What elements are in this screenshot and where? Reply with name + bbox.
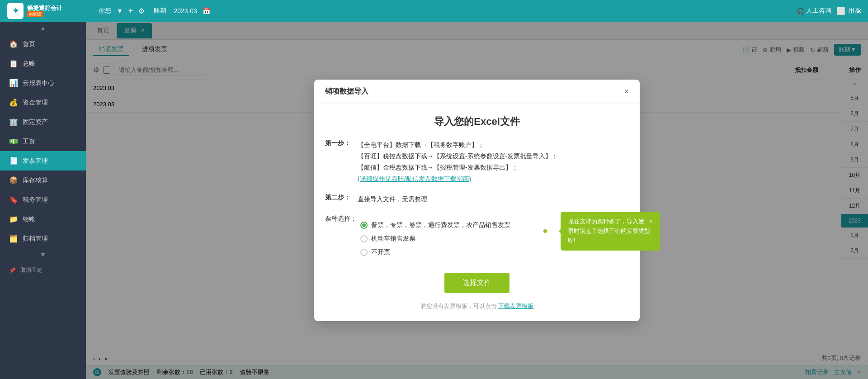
- download-hint: 若您没有发票模版，可以点击 下载发票模版: [325, 302, 629, 310]
- sidebar-item-label: 发票管理: [23, 157, 48, 165]
- add-button[interactable]: +: [128, 6, 133, 16]
- modal-header: 销项数据导入 ×: [314, 80, 640, 104]
- tax-icon: 🔖: [9, 195, 18, 204]
- settings-icon[interactable]: ⚙: [138, 7, 145, 15]
- close-window-button[interactable]: ✕: [850, 2, 868, 20]
- step1-line1: 【全电平台】数据下载→【税务数字账户】；: [358, 139, 558, 151]
- select-file-button[interactable]: 选择文件: [444, 273, 509, 293]
- modal-main-title: 导入您的Excel文件: [325, 115, 629, 128]
- ticket-options: 普票，专票，卷票，通行费发票，农产品销售发票 机动车销售发票 不开票: [360, 221, 510, 256]
- step1-content: 【全电平台】数据下载→【税务数字账户】； 【百旺】税控盘数据下载→【系统设置-系…: [358, 139, 558, 185]
- modal-title: 销项数据导入: [325, 87, 368, 96]
- sidebar-item-label: 固定资产: [23, 118, 48, 126]
- tooltip-dot: [542, 228, 548, 234]
- sidebar-item-label: 资金管理: [23, 99, 48, 107]
- sidebar-item-archive[interactable]: 🗂️ 归档管理: [0, 229, 86, 248]
- ticket-option-2-label: 机动车销售发票: [371, 235, 415, 243]
- company-name: 你您: [99, 7, 111, 15]
- step1-link[interactable]: (详细操作见百旺/航信发票数据下载指南): [358, 173, 558, 185]
- sidebar-item-ledger[interactable]: 📋 总账: [0, 54, 86, 73]
- ledger-icon: 📋: [9, 59, 18, 68]
- checkout-icon: 📁: [9, 215, 18, 223]
- step2-label: 第二步：: [325, 194, 352, 205]
- sidebar-item-checkout[interactable]: 📁 结账: [0, 209, 86, 229]
- payroll-icon: 💵: [9, 137, 18, 146]
- radio-1[interactable]: [360, 222, 368, 229]
- ticket-option-1-label: 普票，专票，卷票，通行费发票，农产品销售发票: [371, 221, 510, 229]
- sidebar-item-label: 税务管理: [23, 196, 48, 204]
- step1: 第一步： 【全电平台】数据下载→【税务数字账户】； 【百旺】税控盘数据下载→【系…: [325, 139, 629, 185]
- sidebar-item-report[interactable]: 📊 云报表中心: [0, 73, 86, 93]
- content-area: 首页 发票 × 销项发票 进项发票 📄 证 ⊕ 新增 ▶: [86, 22, 868, 379]
- dropdown-arrow[interactable]: ▼: [117, 7, 123, 14]
- sidebar-item-tax[interactable]: 🔖 税务管理: [0, 190, 86, 209]
- ticket-option-1[interactable]: 普票，专票，卷票，通行费发票，农产品销售发票: [360, 221, 510, 229]
- window-controls: — ⬜ ✕: [814, 0, 868, 22]
- sidebar-item-label: 工资: [23, 137, 35, 146]
- logo-icon: ✦: [7, 3, 24, 19]
- modal-overlay: 销项数据导入 × 导入您的Excel文件 第一步： 【全电平台】数据下载→【税务…: [86, 22, 868, 379]
- step1-line3: 【航信】金税盘数据下载→【报税管理-发票数据导出】；: [358, 162, 558, 173]
- tooltip-close-button[interactable]: ×: [649, 217, 653, 227]
- fund-icon: 💰: [9, 98, 18, 107]
- inventory-icon: 📦: [9, 176, 18, 185]
- sidebar-item-invoice[interactable]: 🧾 发票管理: [0, 151, 86, 171]
- assets-icon: 🏢: [9, 118, 18, 126]
- sidebar-scroll-up[interactable]: ▲: [0, 22, 86, 34]
- logo-text: 畅捷通好会计: [27, 5, 62, 12]
- step2-content: 直接导入文件，无需整理: [358, 194, 427, 205]
- logo-badge: 旗舰版: [27, 11, 43, 17]
- radio-2[interactable]: [360, 235, 368, 242]
- minimize-button[interactable]: —: [814, 2, 832, 20]
- download-template-link[interactable]: 下载发票模版: [498, 303, 533, 309]
- sidebar-item-label: 总账: [23, 60, 35, 68]
- sidebar-item-label: 首页: [23, 40, 35, 48]
- sidebar-item-inventory[interactable]: 📦 库存核算: [0, 171, 86, 190]
- sidebar-item-payroll[interactable]: 💵 工资: [0, 132, 86, 151]
- sidebar-item-label: 结账: [23, 215, 35, 223]
- sidebar-item-home[interactable]: 🏠 首页: [0, 34, 86, 54]
- sidebar-item-assets[interactable]: 🏢 固定资产: [0, 112, 86, 132]
- maximize-button[interactable]: ⬜: [832, 2, 850, 20]
- import-modal: 销项数据导入 × 导入您的Excel文件 第一步： 【全电平台】数据下载→【税务…: [314, 80, 640, 322]
- invoice-icon: 🧾: [9, 156, 18, 165]
- step1-label: 第一步：: [325, 139, 352, 185]
- ticket-select-label: 票种选择：: [325, 214, 357, 223]
- download-hint-text: 若您没有发票模版，可以点击: [420, 303, 497, 309]
- radio-3[interactable]: [360, 249, 368, 256]
- logo-area: ✦ 畅捷通好会计 旗舰版: [7, 3, 93, 19]
- ticket-option-3[interactable]: 不开票: [360, 248, 510, 256]
- ticket-option-2[interactable]: 机动车销售发票: [360, 235, 510, 243]
- top-header: ✦ 畅捷通好会计 旗舰版 你您 ▼ + ⚙ 账期 2023-03 📅 🎧 人工咨…: [0, 0, 868, 22]
- archive-icon: 🗂️: [9, 234, 18, 243]
- sidebar-item-label: 库存核算: [23, 176, 48, 185]
- cancel-fixed-button[interactable]: 📌 取消固定: [0, 261, 86, 280]
- modal-close-button[interactable]: ×: [624, 87, 629, 96]
- period-value: 2023-03: [174, 7, 197, 14]
- ticket-option-3-label: 不开票: [371, 248, 390, 256]
- pin-icon: 📌: [9, 267, 16, 274]
- tooltip-bubble: × 现在支持的票种多了，导入发票时别忘了选择正确的发票类型呀!: [561, 212, 660, 251]
- sidebar-item-label: 归档管理: [23, 235, 48, 243]
- calendar-icon[interactable]: 📅: [203, 7, 210, 14]
- home-icon: 🏠: [9, 40, 18, 48]
- sidebar-item-label: 云报表中心: [23, 79, 54, 87]
- step1-line2: 【百旺】税控盘数据下载→【系统设置-系统参数设置-发票批量导入】；: [358, 151, 558, 162]
- sidebar-item-fund[interactable]: 💰 资金管理: [0, 93, 86, 112]
- sidebar-scroll-down[interactable]: ▼: [0, 248, 86, 261]
- main-layout: ▲ 🏠 首页 📋 总账 📊 云报表中心 💰 资金管理 🏢 固定资产 💵 工资 🧾…: [0, 22, 868, 379]
- headset-icon: 🎧: [797, 7, 804, 14]
- tooltip-text: 现在支持的票种多了，导入发票时别忘了选择正确的发票类型呀!: [568, 218, 650, 244]
- report-icon: 📊: [9, 79, 18, 87]
- step2: 第二步： 直接导入文件，无需整理: [325, 194, 629, 205]
- period-label: 账期: [154, 7, 166, 15]
- sidebar: ▲ 🏠 首页 📋 总账 📊 云报表中心 💰 资金管理 🏢 固定资产 💵 工资 🧾…: [0, 22, 86, 379]
